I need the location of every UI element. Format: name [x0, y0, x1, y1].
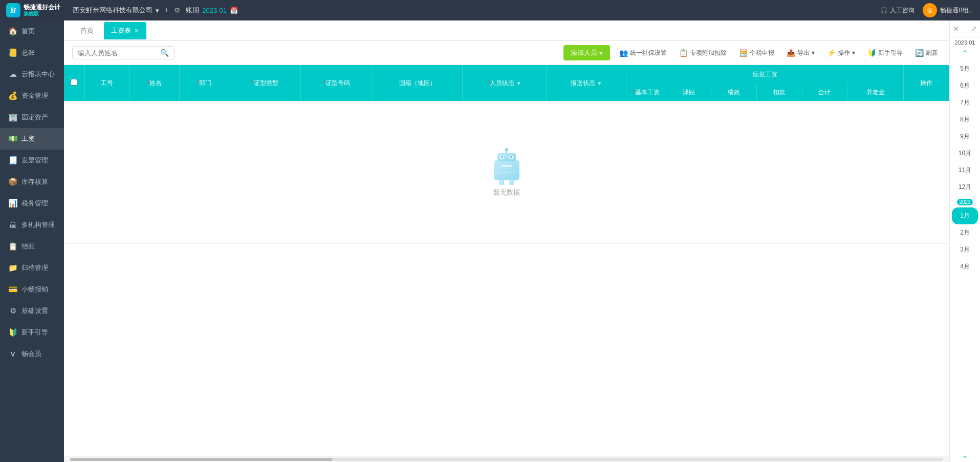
add-button[interactable]: +: [164, 6, 169, 15]
sidebar-item-ledger[interactable]: 📒 总账: [0, 42, 64, 64]
sidebar-item-multi-org[interactable]: 🏛 多机构管理: [0, 214, 64, 236]
sidebar-label-archive: 归档管理: [21, 263, 48, 272]
person-status-filter-icon[interactable]: ▼: [516, 80, 521, 86]
logo-area: 好 畅捷通好会计 旗舰版: [6, 3, 68, 17]
sidebar-item-archive[interactable]: 📁 归档管理: [0, 257, 64, 279]
month-10[interactable]: 10月: [950, 145, 980, 162]
panel-period-label: 2023.01: [950, 37, 980, 47]
col-group-salary: 应发工资: [626, 65, 904, 84]
col-dept-label: *部门: [197, 79, 212, 87]
operations-button[interactable]: ⚡ 操作 ▾: [824, 47, 858, 59]
sidebar-item-home[interactable]: 🏠 首页: [0, 20, 64, 42]
special-deduct-label: 专项附加扣除: [690, 49, 727, 57]
close-account-icon: 📋: [8, 242, 17, 251]
sidebar-item-member[interactable]: V 畅会员: [0, 343, 64, 365]
sidebar-item-close-account[interactable]: 📋 结账: [0, 236, 64, 257]
col-dept: *部门: [180, 65, 229, 101]
col-id-type: *证型类型: [229, 65, 301, 101]
sidebar-label-ledger: 总账: [21, 48, 35, 57]
month-11[interactable]: 11月: [950, 162, 980, 179]
sidebar-item-invoice[interactable]: 🧾 发票管理: [0, 150, 64, 171]
month-7[interactable]: 7月: [950, 94, 980, 111]
year-badge-container: 2023: [950, 196, 980, 207]
empty-state-cell: 暂无数据: [64, 101, 949, 244]
empty-robot-icon: [486, 147, 527, 188]
horizontal-scrollbar[interactable]: [64, 456, 949, 462]
refresh-button[interactable]: 🔄 刷新: [912, 47, 941, 59]
col-operations-label: 操作: [920, 79, 932, 87]
header-actions: 🎧 人工咨询 畅 畅捷通B组...: [876, 3, 974, 17]
tab-close-icon[interactable]: ✕: [134, 27, 139, 34]
select-all-th[interactable]: [64, 65, 84, 101]
search-icon: 🔍: [160, 49, 169, 57]
sidebar-item-cloud-report[interactable]: ☁ 云报表中心: [0, 64, 64, 85]
sidebar-item-fixed-assets[interactable]: 🏢 固定资产: [0, 107, 64, 128]
sidebar-item-payroll[interactable]: 💵 工资: [0, 128, 64, 150]
calendar-icon[interactable]: 📅: [230, 7, 238, 14]
month-3[interactable]: 3月: [950, 241, 980, 258]
col-person-status-label: *人员状态: [488, 79, 515, 87]
operations-icon: ⚡: [827, 49, 836, 57]
company-name: 西安虾米网络科技有限公司: [73, 6, 153, 15]
scrollbar-track: [70, 458, 943, 461]
report-status-filter-icon[interactable]: ▼: [597, 80, 602, 86]
special-deduct-button[interactable]: 📋 专项附加扣除: [676, 47, 730, 59]
month-6[interactable]: 6月: [950, 77, 980, 94]
scroll-up-arrow[interactable]: ⌃: [950, 47, 980, 60]
col-performance: 绩效: [711, 84, 757, 101]
company-selector[interactable]: 西安虾米网络科技有限公司 ▾: [73, 6, 159, 15]
tab-home[interactable]: 首页: [72, 22, 102, 39]
month-12[interactable]: 12月: [950, 179, 980, 196]
month-4[interactable]: 4月: [950, 258, 980, 275]
invoice-icon: 🧾: [8, 156, 17, 165]
export-icon: 📤: [787, 49, 795, 57]
month-2[interactable]: 2月: [950, 224, 980, 241]
payroll-icon: 💵: [8, 134, 17, 143]
sidebar: 🏠 首页 📒 总账 ☁ 云报表中心 💰 资金管理 🏢 固定资产 💵 工资: [0, 20, 64, 462]
sidebar-item-settings[interactable]: ⚙ 基础设置: [0, 300, 64, 322]
month-5[interactable]: 5月: [950, 60, 980, 77]
panel-close-icon[interactable]: ✕: [953, 25, 959, 33]
sidebar-item-tax[interactable]: 📊 税务管理: [0, 193, 64, 214]
col-allowance: 津贴: [666, 84, 711, 101]
add-person-button[interactable]: 添加人员 ▾: [563, 45, 610, 60]
month-list: 5月 6月 7月 8月 9月 10月 11月 12月 2023 1月 2月 3月…: [950, 60, 980, 448]
month-8[interactable]: 8月: [950, 111, 980, 128]
sidebar-item-guide[interactable]: 🔰 新手引导: [0, 322, 64, 343]
scrollbar-thumb[interactable]: [70, 458, 332, 461]
logo-icon: 好: [6, 3, 20, 17]
social-insurance-button[interactable]: 👥 统一社保设置: [616, 47, 670, 59]
tab-bar: 首页 工资表 ✕: [64, 20, 949, 41]
inventory-icon: 📦: [8, 177, 17, 186]
sidebar-item-expense[interactable]: 💳 小畅报销: [0, 279, 64, 300]
month-9[interactable]: 9月: [950, 128, 980, 145]
sidebar-item-fund[interactable]: 💰 资金管理: [0, 85, 64, 107]
search-input[interactable]: [78, 49, 157, 57]
period-value[interactable]: 2023-01: [202, 7, 227, 14]
multi-org-icon: 🏛: [8, 221, 17, 229]
panel-expand-icon[interactable]: ⤢: [971, 25, 977, 33]
scroll-down-arrow[interactable]: ⌄: [950, 448, 980, 462]
social-insurance-label: 统一社保设置: [630, 49, 667, 57]
export-button[interactable]: 📤 导出 ▾: [783, 47, 818, 59]
human-service-button[interactable]: 🎧 人工咨询: [876, 4, 919, 17]
select-all-checkbox[interactable]: [71, 79, 77, 86]
sidebar-label-close: 结账: [21, 242, 35, 251]
empty-text: 暂无数据: [493, 188, 520, 197]
col-total: 合计: [802, 84, 847, 101]
month-1[interactable]: 1月: [952, 207, 978, 224]
settings-icon[interactable]: ⚙: [174, 6, 181, 14]
user-avatar-area[interactable]: 畅 畅捷通B组...: [923, 3, 974, 17]
tab-payroll[interactable]: 工资表 ✕: [104, 22, 146, 39]
fixed-assets-icon: 🏢: [8, 113, 17, 122]
app-title: 畅捷通好会计: [24, 4, 60, 11]
tax-icon: 📊: [8, 199, 17, 208]
export-label: 导出: [797, 49, 810, 57]
col-id-type-label: *证型类型: [251, 79, 278, 87]
personal-tax-icon: 🧮: [739, 49, 748, 57]
sidebar-item-inventory[interactable]: 📦 库存核算: [0, 171, 64, 193]
svg-rect-11: [509, 180, 514, 185]
search-box[interactable]: 🔍: [72, 46, 175, 59]
new-guide-button[interactable]: 🔰 新手引导: [864, 47, 906, 59]
personal-tax-button[interactable]: 🧮 个税申报: [736, 47, 777, 59]
